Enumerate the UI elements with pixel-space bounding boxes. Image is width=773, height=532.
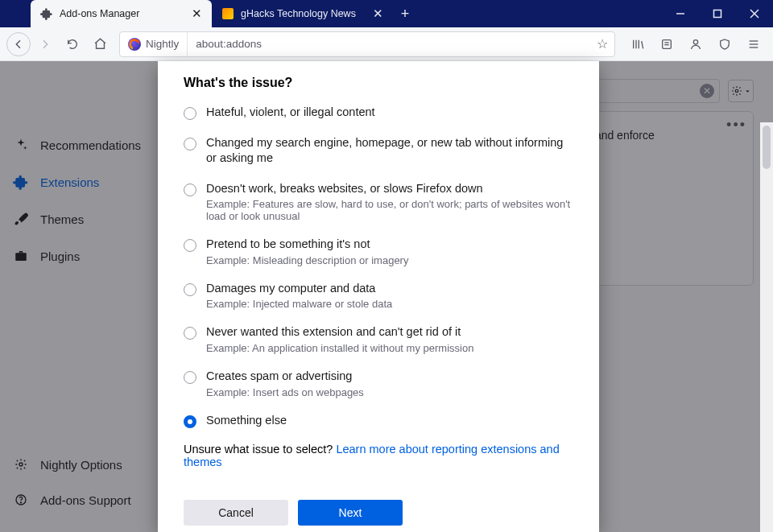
url-bar[interactable]: Nightly about:addons ☆ — [119, 31, 615, 57]
puzzle-icon — [40, 7, 53, 20]
url-text: about:addons — [188, 38, 270, 50]
issue-option-1[interactable]: Changed my search engine, homepage, or n… — [184, 135, 573, 167]
radio-icon[interactable] — [184, 138, 196, 151]
tab-title: Add-ons Manager — [60, 8, 183, 19]
radio-icon[interactable] — [184, 107, 196, 120]
radio-icon[interactable] — [184, 283, 196, 296]
option-example: Example: Insert ads on webpages — [206, 386, 573, 398]
identity-box[interactable]: Nightly — [120, 32, 188, 56]
issue-option-6[interactable]: Creates spam or advertisingExample: Inse… — [184, 369, 573, 398]
browser-tab-0[interactable]: Add-ons Manager ✕ — [31, 0, 212, 27]
option-example: Example: Injected malware or stole data — [206, 298, 573, 310]
close-icon[interactable]: ✕ — [189, 6, 204, 21]
option-example: Example: Features are slow, hard to use,… — [206, 198, 573, 222]
option-label: Pretend to be something it's not — [206, 237, 573, 253]
option-label: Hateful, violent, or illegal content — [206, 105, 573, 121]
back-button[interactable] — [6, 32, 31, 56]
option-label: Creates spam or advertising — [206, 369, 573, 385]
option-label: Damages my computer and data — [206, 281, 573, 297]
option-label: Never wanted this extension and can't ge… — [206, 324, 573, 340]
issue-option-5[interactable]: Never wanted this extension and can't ge… — [184, 324, 573, 354]
close-icon[interactable]: ✕ — [370, 6, 385, 21]
issue-option-4[interactable]: Damages my computer and dataExample: Inj… — [184, 281, 573, 311]
svg-point-7 — [693, 39, 697, 43]
issue-option-2[interactable]: Doesn't work, breaks websites, or slows … — [184, 181, 573, 223]
option-label: Doesn't work, breaks websites, or slows … — [206, 181, 573, 197]
issue-option-0[interactable]: Hateful, violent, or illegal content — [184, 105, 573, 121]
menu-button[interactable] — [741, 31, 767, 57]
radio-icon[interactable] — [184, 184, 196, 196]
nav-toolbar: Nightly about:addons ☆ — [0, 27, 773, 61]
cancel-button[interactable]: Cancel — [184, 500, 288, 526]
page-content: Recommendations Extensions Themes Plugin… — [0, 61, 773, 532]
report-issue-modal: What's the issue? Hateful, violent, or i… — [158, 61, 599, 532]
account-icon[interactable] — [683, 31, 709, 57]
option-label: Changed my search engine, homepage, or n… — [206, 135, 573, 167]
library-icon[interactable] — [625, 31, 651, 57]
new-tab-button[interactable]: + — [393, 0, 417, 27]
firefox-icon — [128, 38, 141, 51]
page-scrollbar[interactable] — [760, 122, 773, 532]
home-button[interactable] — [87, 31, 113, 57]
issue-option-3[interactable]: Pretend to be something it's notExample:… — [184, 237, 573, 266]
reader-icon[interactable] — [654, 31, 680, 57]
modal-heading: What's the issue? — [184, 76, 573, 90]
toolbar-right — [622, 31, 767, 57]
identity-label: Nightly — [146, 38, 179, 50]
window-controls — [662, 0, 773, 27]
svg-rect-1 — [714, 10, 721, 18]
tab-strip: Add-ons Manager ✕ gHacks Technology News… — [0, 0, 417, 27]
next-button[interactable]: Next — [298, 500, 403, 526]
browser-tab-1[interactable]: gHacks Technology News ✕ — [212, 0, 393, 27]
issue-option-7[interactable]: Something else — [184, 413, 573, 429]
radio-icon[interactable] — [184, 415, 196, 428]
minimize-button[interactable] — [662, 0, 699, 27]
radio-icon[interactable] — [184, 327, 196, 340]
radio-icon[interactable] — [184, 371, 196, 384]
option-label: Something else — [206, 413, 573, 429]
radio-icon[interactable] — [184, 239, 196, 252]
bookmark-star-icon[interactable]: ☆ — [597, 36, 608, 52]
tab-title: gHacks Technology News — [241, 8, 364, 19]
close-button[interactable] — [736, 0, 773, 27]
maximize-button[interactable] — [699, 0, 736, 27]
forward-button[interactable] — [32, 31, 58, 57]
site-favicon — [221, 7, 234, 20]
reload-button[interactable] — [60, 31, 85, 57]
shield-icon[interactable] — [712, 31, 738, 57]
window-titlebar: Add-ons Manager ✕ gHacks Technology News… — [0, 0, 773, 27]
option-example: Example: Misleading description or image… — [206, 254, 573, 266]
unsure-hint: Unsure what issue to select? Learn more … — [184, 443, 573, 468]
scrollbar-thumb[interactable] — [763, 126, 771, 169]
option-example: Example: An application installed it wit… — [206, 342, 573, 354]
